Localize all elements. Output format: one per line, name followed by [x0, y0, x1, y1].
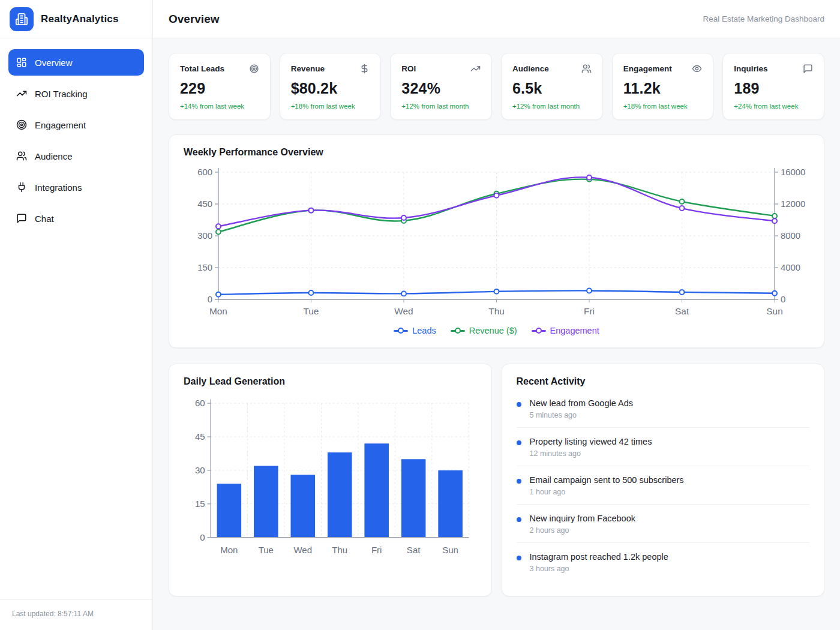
svg-text:300: 300	[197, 231, 212, 241]
sidebar-item-chat[interactable]: Chat	[8, 205, 144, 232]
sidebar-item-integrations[interactable]: Integrations	[8, 174, 144, 200]
activity-item: Instagram post reached 1.2k people 3 hou…	[517, 543, 810, 581]
stat-label: Engagement	[623, 64, 672, 73]
svg-text:0: 0	[208, 295, 212, 304]
svg-text:600: 600	[197, 167, 212, 177]
activity-item: Email campaign sent to 500 subscribers 1…	[517, 466, 810, 505]
sidebar-item-label: ROI Tracking	[35, 89, 88, 99]
stat-card-roi: ROI 324% +12% from last month	[390, 53, 492, 120]
activity-time: 1 hour ago	[530, 488, 684, 496]
sidebar-item-roi-tracking[interactable]: ROI Tracking	[8, 80, 144, 107]
bullet-dot-icon	[517, 440, 521, 445]
svg-text:Sun: Sun	[442, 545, 458, 555]
activity-title: New lead from Google Ads	[530, 398, 633, 408]
users-icon	[16, 151, 27, 161]
legend-item-leads[interactable]: Leads	[394, 326, 436, 335]
target-icon	[16, 119, 27, 130]
svg-text:150: 150	[197, 263, 212, 272]
main-area: Overview Real Estate Marketing Dashboard…	[153, 0, 840, 630]
svg-text:Thu: Thu	[332, 545, 347, 555]
chart-legend: Leads Revenue ($) Engagement	[184, 325, 809, 341]
svg-text:16000: 16000	[781, 167, 805, 177]
stat-change: +24% from last week	[734, 103, 813, 110]
stat-value: 11.2k	[623, 80, 703, 97]
svg-text:Fri: Fri	[371, 545, 382, 555]
svg-text:Mon: Mon	[220, 545, 238, 555]
stat-label: Inquiries	[734, 64, 767, 73]
legend-marker-icon	[532, 328, 546, 334]
trending-up-icon	[470, 64, 481, 74]
trending-up-icon	[16, 88, 27, 99]
sidebar-item-audience[interactable]: Audience	[8, 143, 144, 169]
legend-item-engagement[interactable]: Engagement	[532, 326, 599, 335]
bullet-dot-icon	[517, 517, 521, 522]
svg-text:Mon: Mon	[209, 306, 227, 316]
legend-label: Revenue ($)	[469, 326, 517, 335]
svg-text:0: 0	[781, 295, 785, 304]
sidebar-item-label: Engagement	[35, 120, 86, 130]
last-updated-text: Last updated: 8:57:11 AM	[12, 610, 94, 618]
stat-change: +12% from last month	[512, 103, 592, 110]
activity-item: New lead from Google Ads 5 minutes ago	[517, 389, 810, 428]
svg-text:Sun: Sun	[766, 306, 782, 316]
stat-card-engagement: Engagement 11.2k +18% from last week	[612, 53, 714, 120]
svg-text:Fri: Fri	[584, 306, 595, 316]
bullet-dot-icon	[517, 556, 521, 560]
legend-label: Leads	[412, 326, 436, 335]
svg-text:60: 60	[195, 398, 205, 408]
stat-value: 324%	[401, 80, 481, 97]
weekly-performance-panel: Weekly Performance Overview 015030045060…	[169, 134, 824, 348]
legend-marker-icon	[451, 328, 465, 334]
daily-leads-bar-chart: 015304560MonTueWedThuFriSatSun	[184, 392, 477, 566]
stat-card-inquiries: Inquiries 189 +24% from last week	[722, 53, 824, 120]
stats-row: Total Leads 229 +14% from last week Reve…	[169, 53, 824, 120]
stat-change: +12% from last month	[401, 103, 481, 110]
recent-activity-panel: Recent Activity New lead from Google Ads…	[502, 364, 825, 596]
legend-label: Engagement	[550, 326, 599, 335]
bullet-dot-icon	[517, 402, 521, 407]
svg-text:Thu: Thu	[488, 306, 505, 316]
stat-value: 6.5k	[512, 80, 592, 97]
page-title: Overview	[169, 13, 220, 26]
sidebar-item-label: Audience	[35, 151, 73, 161]
stat-label: Revenue	[291, 64, 325, 73]
sidebar-footer: Last updated: 8:57:11 AM	[0, 599, 152, 630]
weekly-line-chart: 01503004506000400080001200016000MonTueWe…	[184, 164, 809, 325]
sidebar-item-label: Overview	[35, 58, 73, 68]
svg-text:15: 15	[195, 499, 205, 509]
brand[interactable]: RealtyAnalytics	[0, 0, 152, 38]
svg-text:Sat: Sat	[407, 545, 421, 555]
app-root: RealtyAnalytics Overview ROI Tracking En…	[0, 0, 840, 630]
stat-value: $80.2k	[291, 80, 370, 97]
stat-label: Audience	[512, 64, 549, 73]
svg-text:Sat: Sat	[675, 306, 689, 316]
dashboard-grid-icon	[16, 57, 27, 68]
activity-item: Property listing viewed 42 times 12 minu…	[517, 428, 810, 466]
eye-icon	[692, 64, 702, 74]
activity-panel-title: Recent Activity	[517, 376, 810, 387]
bar-panel-title: Daily Lead Generation	[184, 376, 477, 387]
sidebar-item-engagement[interactable]: Engagement	[8, 112, 144, 138]
svg-text:4000: 4000	[781, 263, 800, 272]
legend-item-revenue[interactable]: Revenue ($)	[451, 326, 517, 335]
sidebar-item-overview[interactable]: Overview	[8, 49, 144, 76]
activity-time: 3 hours ago	[530, 565, 668, 573]
stat-value: 189	[734, 80, 813, 97]
svg-text:Tue: Tue	[259, 545, 274, 555]
sidebar-item-label: Chat	[35, 214, 54, 224]
weekly-panel-title: Weekly Performance Overview	[184, 147, 809, 158]
sidebar-nav: Overview ROI Tracking Engagement Audienc…	[0, 38, 152, 599]
stat-label: Total Leads	[180, 64, 224, 73]
activity-list: New lead from Google Ads 5 minutes ago P…	[517, 389, 810, 581]
brand-name: RealtyAnalytics	[41, 13, 119, 25]
sidebar: RealtyAnalytics Overview ROI Tracking En…	[0, 0, 153, 630]
svg-text:Wed: Wed	[293, 545, 312, 555]
chat-bubble-icon	[16, 213, 27, 224]
svg-text:30: 30	[195, 465, 205, 475]
target-icon	[249, 64, 259, 74]
stat-card-total-leads: Total Leads 229 +14% from last week	[169, 53, 271, 120]
bottom-row: Daily Lead Generation 015304560MonTueWed…	[169, 364, 824, 596]
activity-title: Property listing viewed 42 times	[530, 437, 652, 446]
svg-text:Wed: Wed	[394, 306, 413, 316]
topbar: Overview Real Estate Marketing Dashboard	[153, 0, 840, 38]
